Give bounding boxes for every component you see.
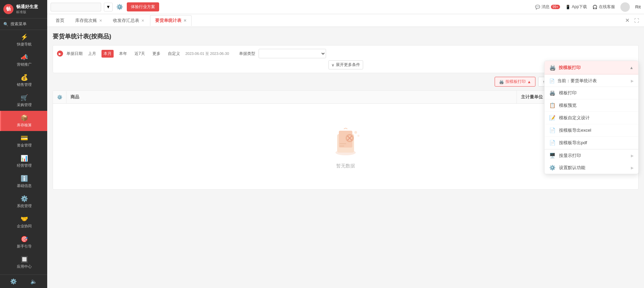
dropdown-current-arrow: ▶ (631, 79, 634, 83)
cooperation-icon: 🤝 (21, 215, 28, 223)
dropdown-title: 按模板打印 (559, 65, 581, 71)
sidebar-search[interactable]: 🔍 搜索菜单 (0, 19, 47, 30)
th-check: ⚙️ (53, 91, 66, 103)
dropdown-item-display-print[interactable]: 🖥️ 按显示打印 ▶ (545, 150, 638, 162)
purchase-icon: 🛒 (21, 94, 28, 101)
close-receipt-summary-icon[interactable]: ✕ (141, 19, 144, 23)
sidebar-item-purchase[interactable]: 🛒 采购管理 (0, 91, 47, 111)
template-preview-item-icon: 📋 (549, 102, 556, 108)
date-btn-custom[interactable]: 自定义 (166, 50, 182, 58)
dropdown-current-label: 当前：要货单统计表 (557, 78, 597, 84)
order-stats-tab-label: 要货单统计表 (155, 18, 181, 24)
empty-text: 暂无数据 (336, 163, 355, 169)
display-print-item-icon: 🖥️ (549, 153, 556, 159)
date-range-text: 2023-06-01 至 2023-06-30 (185, 51, 229, 56)
export-excel-item-icon: 📄 (549, 127, 556, 133)
tab-home[interactable]: 首页 (51, 15, 69, 26)
sound-bottom-icon[interactable]: 🔈 (30, 278, 37, 285)
guide-icon: 🎯 (21, 235, 28, 243)
close-order-stats-icon[interactable]: ✕ (183, 19, 186, 23)
set-default-item-icon: ⚙️ (549, 165, 556, 171)
dropdown-collapse-icon[interactable]: ▲ (630, 65, 634, 70)
type-filter-select[interactable] (259, 49, 326, 58)
date-btn-more[interactable]: 更多 (150, 50, 163, 58)
sidebar-item-quick-nav[interactable]: ⚡ 快捷导航 (0, 30, 47, 50)
tab-batch-accounts[interactable]: 库存批次账 ✕ (70, 15, 107, 26)
date-btn-this-year[interactable]: 本年 (117, 50, 129, 58)
logo-text: 畅通好生意 标准版 (16, 4, 38, 14)
filter-row-main: ▶ 单据日期 上月 本月 本年 近7天 更多 自定义 2023-06-01 至 … (57, 49, 634, 58)
sidebar-item-basic[interactable]: ℹ️ 基础信息 (0, 171, 47, 192)
main-content: ▼ ⚙️ 体验行业方案 💬 消息 99+ 📱 App下载 🎧 在线客服 Rit … (47, 0, 644, 288)
dropdown-section: 🖥️ 按显示打印 ▶ ⚙️ 设置默认功能 ▶ (545, 149, 638, 174)
dropdown-item-export-excel[interactable]: 📄 按模板导出excel (545, 124, 638, 137)
user-avatar[interactable] (620, 2, 630, 12)
message-button[interactable]: 💬 消息 99+ (535, 4, 560, 10)
operation-icon: 📊 (21, 155, 28, 162)
sidebar-item-app-center[interactable]: 🔲 应用中心 (0, 252, 47, 273)
svg-point-9 (354, 131, 357, 134)
batch-accounts-tab-label: 库存批次账 (75, 18, 97, 24)
date-btn-last-month[interactable]: 上月 (86, 50, 98, 58)
sidebar-item-guide[interactable]: 🎯 新手引导 (0, 232, 47, 252)
quick-nav-icon: ⚡ (21, 33, 28, 41)
dropdown-header: 🖨️ 按模板打印 ▲ (545, 61, 638, 74)
topbar-dropdown-button[interactable]: ▼ (104, 3, 113, 11)
dropdown-item-set-default[interactable]: ⚙️ 设置默认功能 ▶ (545, 162, 638, 174)
sidebar-item-finance[interactable]: 💳 资金管理 (0, 131, 47, 151)
template-custom-item-icon: 📝 (549, 115, 556, 121)
template-print-button[interactable]: 🖨️ 按模板打印 ▲ (495, 77, 535, 87)
dropdown-item-template-print[interactable]: 🖨️ 模板打印 (545, 87, 638, 99)
tab-receipt-summary[interactable]: 收发存汇总表 ✕ (108, 15, 149, 26)
chevron-up-icon: ▲ (527, 79, 531, 84)
topbar: ▼ ⚙️ 体验行业方案 💬 消息 99+ 📱 App下载 🎧 在线客服 Rit (47, 0, 644, 14)
sidebar-item-inventory[interactable]: 📦 库存核算 (0, 111, 47, 131)
date-btn-this-month[interactable]: 本月 (101, 50, 114, 58)
th-product: 商品 (66, 91, 517, 103)
template-print-item-icon: 🖨️ (549, 90, 556, 96)
topbar-gear-button[interactable]: ⚙️ (115, 3, 124, 11)
close-all-tabs-button[interactable]: ✕ (623, 17, 631, 25)
app-download-button[interactable]: 📱 App下载 (565, 4, 587, 10)
inventory-icon: 📦 (21, 114, 28, 122)
svg-rect-8 (340, 146, 344, 147)
type-filter-label: 单据类型 (239, 51, 255, 57)
sidebar-item-system[interactable]: ⚙️ 系统管理 (0, 192, 47, 212)
app-center-icon: 🔲 (21, 256, 28, 263)
topbar-right: 💬 消息 99+ 📱 App下载 🎧 在线客服 Rit (535, 2, 641, 12)
page-content-area: 要货单统计表(按商品) ▶ 单据日期 上月 本月 本年 近7天 更多 自定义 2… (47, 27, 644, 288)
settings-col-icon[interactable]: ⚙️ (57, 95, 62, 100)
expand-tabs-button[interactable]: ⛶ (633, 17, 641, 25)
tabs-bar: 首页 库存批次账 ✕ 收发存汇总表 ✕ 要货单统计表 ✕ ✕ ⛶ (47, 14, 644, 27)
set-default-arrow: ▶ (631, 166, 634, 170)
sidebar-item-operation[interactable]: 📊 经营管理 (0, 151, 47, 171)
sidebar: 畅 畅通好生意 标准版 🔍 搜索菜单 ⚡ 快捷导航 📣 营销推广 💰 销售管理 … (0, 0, 47, 288)
receipt-summary-tab-label: 收发存汇总表 (113, 18, 139, 24)
date-filter-label: 单据日期 (66, 51, 83, 57)
search-icon: 🔍 (3, 22, 8, 27)
settings-bottom-icon[interactable]: ⚙️ (10, 278, 17, 285)
empty-icon (329, 124, 362, 158)
export-pdf-item-icon: 📄 (549, 140, 556, 146)
printer-icon: 🖨️ (499, 79, 504, 84)
close-batch-accounts-icon[interactable]: ✕ (99, 19, 102, 23)
tab-order-stats[interactable]: 要货单统计表 ✕ (150, 15, 192, 26)
sidebar-item-sales[interactable]: 💰 销售管理 (0, 70, 47, 91)
dropdown-current-section: 📄 当前：要货单统计表 ▶ (545, 74, 638, 87)
finance-icon: 💳 (21, 134, 28, 142)
sidebar-item-cooperation[interactable]: 🤝 企业协同 (0, 212, 47, 232)
sidebar-item-marketing[interactable]: 📣 营销推广 (0, 50, 47, 70)
filter-expand-icon[interactable]: ▶ (57, 51, 63, 57)
trial-button[interactable]: 体验行业方案 (127, 2, 159, 11)
dropdown-item-template-preview[interactable]: 📋 模板预览 (545, 99, 638, 112)
date-btn-7days[interactable]: 近7天 (133, 50, 147, 58)
expand-more-button[interactable]: ∨ 展开更多条件 (328, 60, 363, 69)
template-print-dropdown: 🖨️ 按模板打印 ▲ 📄 当前：要货单统计表 ▶ 🖨️ 模板打印 📋 模板预览 (544, 61, 639, 174)
dropdown-item-template-custom[interactable]: 📝 模板自定义设计 (545, 112, 638, 124)
topbar-search-input[interactable] (51, 3, 101, 11)
sidebar-nav: ⚡ 快捷导航 📣 营销推广 💰 销售管理 🛒 采购管理 📦 库存核算 💳 资金管… (0, 30, 47, 275)
message-badge: 99+ (551, 5, 560, 9)
dropdown-item-export-pdf[interactable]: 📄 按模板导出pdf (545, 137, 638, 149)
svg-rect-7 (340, 143, 346, 144)
online-service-button[interactable]: 🎧 在线客服 (592, 4, 615, 10)
